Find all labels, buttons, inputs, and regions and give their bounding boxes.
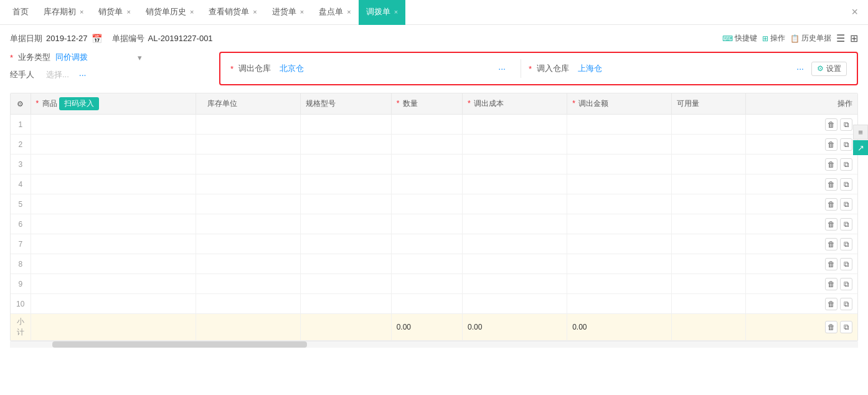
cell-qty[interactable] bbox=[391, 274, 462, 294]
warehouse-settings-button[interactable]: ⚙ 设置 bbox=[811, 62, 847, 76]
copy-row-button[interactable]: ⧉ bbox=[840, 158, 852, 171]
cell-cost[interactable] bbox=[463, 115, 567, 135]
history-button[interactable]: 📋 历史单据 bbox=[790, 33, 831, 44]
business-type-value[interactable]: 同价调拨 bbox=[55, 52, 130, 63]
copy-row-button[interactable]: ⧉ bbox=[840, 278, 852, 290]
cell-amount[interactable] bbox=[567, 234, 672, 254]
close-icon[interactable]: × bbox=[80, 8, 83, 16]
sidebar-export-button[interactable]: ↗ bbox=[853, 140, 868, 155]
delete-row-button[interactable]: 🗑 bbox=[825, 321, 837, 333]
layout-list-button[interactable]: ☰ bbox=[836, 32, 845, 44]
cell-available[interactable] bbox=[672, 115, 746, 135]
cell-qty[interactable] bbox=[391, 135, 462, 155]
cell-qty[interactable] bbox=[391, 174, 462, 194]
cell-spec[interactable] bbox=[300, 174, 391, 194]
cell-goods[interactable] bbox=[31, 115, 196, 135]
person-more-button[interactable]: ··· bbox=[79, 70, 87, 80]
cell-spec[interactable] bbox=[300, 214, 391, 234]
copy-row-button[interactable]: ⧉ bbox=[840, 198, 852, 211]
in-warehouse-more-button[interactable]: ··· bbox=[796, 64, 811, 74]
tab-purchase[interactable]: 进货单 × bbox=[265, 0, 311, 25]
cell-qty[interactable] bbox=[391, 294, 462, 314]
copy-row-button[interactable]: ⧉ bbox=[840, 258, 852, 270]
out-warehouse-more-button[interactable]: ··· bbox=[498, 64, 513, 74]
delete-row-button[interactable]: 🗑 bbox=[825, 198, 837, 211]
operation-button[interactable]: ⊞ 操作 bbox=[762, 33, 785, 44]
close-icon[interactable]: × bbox=[190, 8, 194, 16]
business-type-dropdown-icon[interactable]: ▾ bbox=[138, 53, 142, 62]
cell-goods[interactable] bbox=[31, 254, 196, 274]
cell-available[interactable] bbox=[672, 135, 746, 155]
cell-cost[interactable] bbox=[463, 254, 567, 274]
cell-spec[interactable] bbox=[300, 254, 391, 274]
copy-row-button[interactable]: ⧉ bbox=[840, 218, 852, 231]
cell-qty[interactable] bbox=[391, 115, 462, 135]
cell-cost[interactable] bbox=[463, 194, 567, 214]
delete-row-button[interactable]: 🗑 bbox=[825, 278, 837, 290]
shortcut-button[interactable]: ⌨ 快捷键 bbox=[722, 33, 757, 44]
cell-available[interactable] bbox=[672, 234, 746, 254]
cell-cost[interactable]: 0.00 bbox=[463, 314, 567, 341]
tab-home[interactable]: 首页 bbox=[5, 0, 36, 25]
cell-goods[interactable] bbox=[31, 294, 196, 314]
delete-row-button[interactable]: 🗑 bbox=[825, 158, 837, 171]
in-warehouse-value[interactable]: 上海仓 bbox=[578, 63, 602, 74]
tab-sales-order[interactable]: 销货单 × bbox=[91, 0, 138, 25]
cell-unit[interactable] bbox=[196, 274, 300, 294]
cell-unit[interactable] bbox=[196, 254, 300, 274]
copy-row-button[interactable]: ⧉ bbox=[840, 298, 852, 310]
tab-inventory-init[interactable]: 库存期初 × bbox=[36, 0, 91, 25]
cell-qty[interactable]: 0.00 bbox=[391, 314, 462, 341]
scrollbar-thumb[interactable] bbox=[52, 341, 307, 348]
delete-row-button[interactable]: 🗑 bbox=[825, 238, 837, 250]
cell-goods[interactable] bbox=[31, 314, 196, 341]
cell-available[interactable] bbox=[672, 174, 746, 194]
calendar-icon[interactable]: 📅 bbox=[92, 34, 102, 44]
cell-cost[interactable] bbox=[463, 294, 567, 314]
window-close-button[interactable]: × bbox=[846, 6, 863, 19]
cell-unit[interactable] bbox=[196, 294, 300, 314]
close-icon[interactable]: × bbox=[347, 8, 351, 16]
cell-goods[interactable] bbox=[31, 234, 196, 254]
cell-qty[interactable] bbox=[391, 194, 462, 214]
cell-unit[interactable] bbox=[196, 155, 300, 174]
out-warehouse-value[interactable]: 北京仓 bbox=[280, 63, 304, 74]
layout-grid-button[interactable]: ⊞ bbox=[850, 32, 858, 44]
cell-unit[interactable] bbox=[196, 174, 300, 194]
delete-row-button[interactable]: 🗑 bbox=[825, 258, 837, 270]
tab-transfer[interactable]: 调拨单 × bbox=[359, 0, 405, 25]
sidebar-list-button[interactable]: ≡ bbox=[853, 125, 868, 140]
cell-spec[interactable] bbox=[300, 194, 391, 214]
tab-view-sales[interactable]: 查看销货单 × bbox=[201, 0, 264, 25]
cell-amount[interactable] bbox=[567, 155, 672, 174]
cell-goods[interactable] bbox=[31, 174, 196, 194]
cell-cost[interactable] bbox=[463, 274, 567, 294]
copy-row-button[interactable]: ⧉ bbox=[840, 118, 852, 131]
cell-unit[interactable] bbox=[196, 234, 300, 254]
copy-row-button[interactable]: ⧉ bbox=[840, 238, 852, 250]
copy-row-button[interactable]: ⧉ bbox=[840, 138, 852, 151]
delete-row-button[interactable]: 🗑 bbox=[825, 118, 837, 131]
cell-amount[interactable] bbox=[567, 174, 672, 194]
delete-row-button[interactable]: 🗑 bbox=[825, 218, 837, 231]
cell-available[interactable] bbox=[672, 254, 746, 274]
scan-button[interactable]: 扫码录入 bbox=[59, 97, 99, 110]
cell-qty[interactable] bbox=[391, 254, 462, 274]
tab-sales-history[interactable]: 销货单历史 × bbox=[138, 0, 201, 25]
cell-available[interactable] bbox=[672, 294, 746, 314]
cell-cost[interactable] bbox=[463, 155, 567, 174]
copy-row-button[interactable]: ⧉ bbox=[840, 178, 852, 191]
close-icon[interactable]: × bbox=[126, 8, 130, 16]
cell-unit[interactable] bbox=[196, 194, 300, 214]
cell-goods[interactable] bbox=[31, 155, 196, 174]
cell-unit[interactable] bbox=[196, 214, 300, 234]
cell-spec[interactable] bbox=[300, 135, 391, 155]
cell-spec[interactable] bbox=[300, 274, 391, 294]
cell-amount[interactable] bbox=[567, 194, 672, 214]
cell-goods[interactable] bbox=[31, 135, 196, 155]
cell-cost[interactable] bbox=[463, 174, 567, 194]
close-icon[interactable]: × bbox=[394, 8, 398, 16]
cell-amount[interactable] bbox=[567, 274, 672, 294]
cell-amount[interactable] bbox=[567, 254, 672, 274]
close-icon[interactable]: × bbox=[253, 8, 257, 16]
